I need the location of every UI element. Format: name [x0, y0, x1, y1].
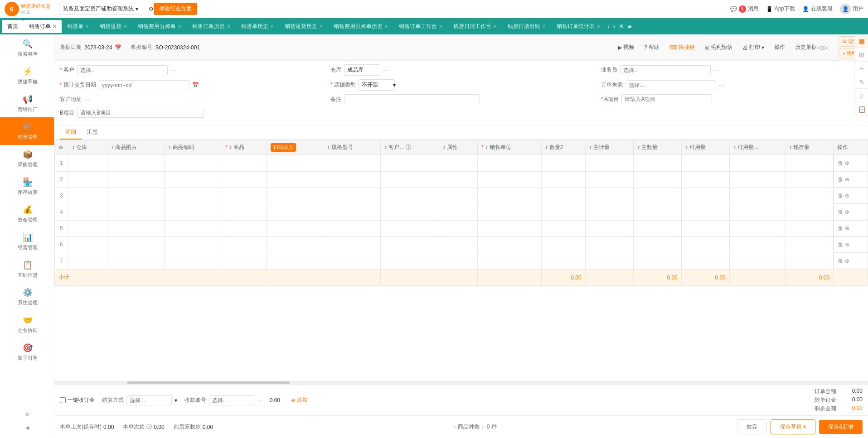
sidebar-collapse[interactable]: ◀: [0, 421, 54, 434]
salesperson-input[interactable]: [620, 65, 711, 75]
right-panel-icon-6[interactable]: 📋: [855, 102, 868, 116]
customer-more-icon[interactable]: ···: [170, 67, 176, 74]
sidebar-item-marketing[interactable]: 📢 营销推广: [0, 90, 54, 117]
sidebar-item-enterprise[interactable]: 🤝 企业协同: [0, 311, 54, 338]
delete-icon[interactable]: 🗑: [838, 258, 843, 264]
tab-close-icon[interactable]: ✕: [270, 24, 274, 29]
sidebar-item-inventory[interactable]: 🏪 库存核算: [0, 173, 54, 200]
warehouse-more-icon[interactable]: ···: [383, 67, 388, 74]
sidebar-settings[interactable]: ⚙: [0, 408, 54, 421]
tab-sales-order[interactable]: 销售订单 ✕: [24, 20, 62, 33]
row-product[interactable]: [222, 155, 267, 172]
tab-fee-history[interactable]: 销售费用分摊单历史 ✕: [328, 20, 393, 33]
sidebar-item-search[interactable]: 🔍 搜索菜单: [0, 34, 54, 62]
delivery-date-input[interactable]: [99, 80, 189, 90]
invoice-type-value[interactable]: 不开票: [359, 79, 395, 91]
tab-close-icon[interactable]: ✕: [542, 24, 546, 29]
copy-icon[interactable]: ⊕: [845, 241, 849, 248]
single-num-value[interactable]: SO-20230324-001: [155, 44, 200, 51]
tab-close-icon[interactable]: ✕: [319, 24, 323, 29]
one-click-checkbox[interactable]: [60, 397, 66, 403]
row-product-code[interactable]: [165, 155, 222, 172]
tab-sales-stats[interactable]: 销售订单统计表 ✕: [551, 20, 606, 33]
tab-close-icon[interactable]: ✕: [178, 24, 181, 29]
copy-icon[interactable]: ⊕: [845, 193, 849, 199]
tab-daily-reconcile[interactable]: 钱货日清对账 ✕: [502, 20, 551, 33]
row-spec[interactable]: [323, 155, 381, 172]
row-attribute[interactable]: [439, 155, 478, 172]
tab-close-icon[interactable]: ✕: [85, 24, 89, 29]
nav-close-all-icon[interactable]: ✕: [617, 23, 626, 30]
copy-icon[interactable]: ⊕: [845, 160, 849, 166]
sidebar-item-operations[interactable]: 📊 经营管理: [0, 228, 54, 255]
order-source-input[interactable]: [626, 80, 716, 90]
tab-close-icon[interactable]: ✕: [384, 24, 388, 29]
sidebar-item-basic-info[interactable]: 📋 基础信息: [0, 255, 54, 283]
col-settings[interactable]: ⚙: [55, 140, 68, 155]
single-date-value[interactable]: 2023-03-24: [84, 44, 112, 51]
customer-input[interactable]: [77, 65, 168, 75]
row-main-unit[interactable]: [585, 155, 633, 172]
gear-icon[interactable]: ⚙: [149, 6, 154, 12]
sidebar-item-system[interactable]: ⚙️ 系统管理: [0, 283, 54, 311]
copy-icon[interactable]: ⊕: [845, 176, 849, 183]
history-arrow-left-icon[interactable]: ◁: [818, 44, 822, 51]
profit-btn[interactable]: ◎ 毛利预估: [702, 42, 735, 53]
tab-close-icon[interactable]: ✕: [123, 24, 127, 29]
tab-close-icon[interactable]: ✕: [596, 24, 600, 29]
save-new-button[interactable]: 保存&新增: [819, 420, 863, 434]
right-panel-icon-1[interactable]: ▦: [855, 34, 868, 48]
row-unit[interactable]: [478, 155, 541, 172]
nav-next-icon[interactable]: ›: [611, 23, 617, 30]
delete-icon[interactable]: 🗑: [838, 241, 843, 248]
remark-input[interactable]: [344, 94, 480, 104]
online-service-item[interactable]: 👤 在线客服: [802, 5, 833, 13]
user-item[interactable]: 👤 用户: [840, 4, 863, 14]
tab-sales-goods[interactable]: 销货单 ✕: [62, 20, 94, 33]
row-product-image[interactable]: [107, 155, 165, 172]
row-current-stock[interactable]: [786, 155, 834, 172]
copy-icon[interactable]: ⊕: [845, 225, 849, 231]
row-warehouse[interactable]: [68, 155, 107, 172]
delete-icon[interactable]: 🗑: [838, 225, 843, 231]
one-click-deposit[interactable]: 一键收订金: [60, 396, 95, 404]
tab-sales-order-history[interactable]: 销售订单历史 ✕: [187, 20, 236, 33]
payment-method-input[interactable]: [126, 395, 172, 405]
help-btn[interactable]: ? 帮助: [641, 42, 662, 53]
nav-prev-icon[interactable]: ‹: [606, 23, 611, 30]
tab-sales-fee[interactable]: 销售费用分摊单 ✕: [132, 20, 187, 33]
sidebar-item-purchase[interactable]: 📦 采购管理: [0, 145, 54, 173]
copy-icon[interactable]: ⊕: [845, 258, 849, 264]
system-selector[interactable]: 装备及固定资产辅助管理系统 ▾: [59, 3, 142, 15]
tab-close-icon[interactable]: ✕: [439, 24, 442, 29]
copy-icon[interactable]: ⊕: [845, 209, 849, 215]
sidebar-item-quick-nav[interactable]: ⚡ 快捷导航: [0, 62, 54, 90]
row-qty2[interactable]: [541, 155, 585, 172]
tab-goods-history[interactable]: 销货单历史 ✕: [236, 20, 279, 33]
tab-close-icon[interactable]: ✕: [227, 24, 230, 29]
delete-icon[interactable]: 🗑: [838, 193, 843, 199]
a-project-input[interactable]: [621, 94, 712, 104]
tab-summary[interactable]: 汇总: [82, 125, 103, 140]
tab-detail[interactable]: 明细: [60, 125, 82, 140]
tab-order-workbench[interactable]: 销售订单工作台 ✕: [393, 20, 448, 33]
right-panel-icon-5[interactable]: ☆: [855, 89, 868, 102]
tab-close-icon[interactable]: ✕: [493, 24, 497, 29]
save-draft-button[interactable]: 保存草稿 ▾: [771, 419, 815, 434]
message-item[interactable]: 💬 9 消息: [730, 5, 759, 13]
scan-input-btn[interactable]: 扫码录入: [271, 143, 296, 152]
b-project-input[interactable]: [77, 108, 204, 118]
tab-home[interactable]: 首页: [2, 20, 24, 33]
print-btn[interactable]: 🖨 打印 ▾: [740, 42, 767, 53]
col-scan[interactable]: 扫码录入: [267, 140, 323, 155]
delivery-calendar-icon[interactable]: 📅: [192, 82, 199, 88]
shortcut-btn[interactable]: ⌨ 快捷键: [667, 42, 698, 53]
ops-btn[interactable]: 操作: [771, 42, 788, 53]
sidebar-item-newbie[interactable]: 🎯 新手引导: [0, 338, 54, 366]
right-panel-icon-4[interactable]: ✎: [855, 75, 868, 89]
history-arrow-right-icon[interactable]: ▷: [824, 44, 828, 51]
calendar-icon[interactable]: 📅: [115, 44, 121, 51]
scrollbar-thumb[interactable]: [127, 381, 290, 384]
app-download-item[interactable]: 📱 App下载: [766, 5, 795, 13]
delete-icon[interactable]: 🗑: [838, 209, 843, 215]
